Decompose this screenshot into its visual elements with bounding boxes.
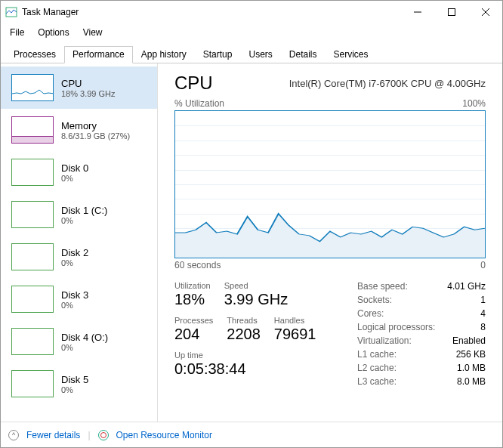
side-title: Disk 0 (61, 162, 88, 174)
sidebar[interactable]: CPU18% 3.99 GHzMemory8.6/31.9 GB (27%)Di… (1, 63, 158, 422)
svg-marker-5 (175, 214, 485, 258)
side-subtitle: 8.6/31.9 GB (27%) (61, 131, 130, 141)
chart-line (175, 111, 485, 258)
tab-details[interactable]: Details (281, 46, 326, 63)
side-title: Disk 3 (61, 289, 88, 301)
stat-threads-label: Threads (227, 316, 261, 325)
stat-processes-label: Processes (174, 316, 213, 325)
svg-rect-2 (448, 9, 455, 16)
specs-list: Base speed:4.01 GHzSockets:1Cores:4Logic… (357, 281, 486, 390)
thumb-icon (11, 328, 54, 355)
chart-label-top-left: % Utilization (174, 98, 224, 109)
minimize-button[interactable] (400, 1, 434, 23)
category-title: CPU (174, 73, 213, 94)
stat-uptime-label: Up time (174, 351, 246, 360)
task-manager-icon (5, 6, 17, 18)
chart-label-top-right: 100% (462, 98, 486, 109)
tab-services[interactable]: Services (326, 46, 377, 63)
side-title: Disk 1 (C:) (61, 205, 107, 216)
side-title: Disk 2 (61, 247, 88, 258)
sidebar-item-disk-3[interactable]: Disk 30% (1, 278, 157, 320)
tab-processes[interactable]: Processes (5, 46, 64, 63)
open-resource-monitor-link[interactable]: Open Resource Monitor (116, 430, 212, 440)
stat-utilization-value: 18% (174, 291, 211, 308)
spec-row: L1 cache:256 KB (357, 349, 486, 360)
main-panel: CPU Intel(R) Core(TM) i7-6700K CPU @ 4.0… (158, 63, 502, 422)
stat-speed-label: Speed (224, 281, 288, 290)
side-title: Memory (61, 120, 130, 131)
close-button[interactable] (468, 1, 502, 23)
stat-threads-value: 2208 (227, 326, 261, 343)
menu-bar: File Options View (1, 23, 502, 43)
stat-speed-value: 3.99 GHz (224, 291, 288, 308)
sidebar-item-disk-5[interactable]: Disk 50% (1, 363, 157, 405)
titlebar: Task Manager (1, 1, 502, 23)
tab-performance[interactable]: Performance (64, 46, 133, 63)
spec-row: Virtualization:Enabled (357, 335, 486, 346)
tab-startup[interactable]: Startup (195, 46, 241, 63)
utilization-chart[interactable] (174, 110, 486, 258)
side-subtitle: 0% (61, 174, 88, 183)
side-title: Disk 5 (61, 374, 88, 385)
side-title: CPU (61, 78, 116, 89)
stat-handles-value: 79691 (274, 326, 316, 343)
thumb-icon (11, 370, 54, 397)
stat-uptime-value: 0:05:38:44 (174, 360, 246, 378)
tab-app-history[interactable]: App history (133, 46, 195, 63)
thumb-icon (11, 286, 54, 313)
side-subtitle: 0% (61, 343, 108, 352)
thumb-icon (11, 116, 54, 144)
spec-row: Logical processors:8 (357, 322, 486, 332)
sidebar-item-memory[interactable]: Memory8.6/31.9 GB (27%) (1, 109, 157, 151)
fewer-details-link[interactable]: Fewer details (26, 430, 80, 440)
sidebar-item-disk-4-o-[interactable]: Disk 4 (O:)0% (1, 320, 157, 363)
thumb-icon (11, 243, 54, 270)
side-subtitle: 18% 3.99 GHz (61, 89, 116, 98)
side-title: Disk 4 (O:) (61, 332, 108, 343)
sidebar-item-disk-1-c-[interactable]: Disk 1 (C:)0% (1, 193, 157, 236)
spec-row: L3 cache:8.0 MB (357, 376, 486, 387)
spec-row: L2 cache:1.0 MB (357, 363, 486, 373)
thumb-icon (11, 201, 54, 228)
separator: | (88, 430, 90, 440)
chart-label-bot-right: 0 (480, 260, 486, 270)
window-title: Task Manager (22, 7, 400, 17)
stat-processes-value: 204 (174, 326, 213, 343)
spec-row: Base speed:4.01 GHz (357, 281, 486, 292)
maximize-button[interactable] (434, 1, 468, 23)
footer: ^ Fewer details | Open Resource Monitor (1, 422, 502, 447)
stat-handles-label: Handles (274, 316, 316, 325)
spec-row: Cores:4 (357, 308, 486, 319)
resource-monitor-icon (98, 430, 109, 440)
side-subtitle: 0% (61, 216, 107, 225)
stat-utilization-label: Utilization (174, 281, 211, 290)
side-subtitle: 0% (61, 301, 88, 310)
sidebar-item-disk-2[interactable]: Disk 20% (1, 236, 157, 278)
side-subtitle: 0% (61, 385, 88, 394)
tab-bar: ProcessesPerformanceApp historyStartupUs… (1, 43, 502, 63)
thumb-icon (11, 74, 54, 101)
thumb-icon (11, 159, 54, 186)
menu-view[interactable]: View (77, 25, 109, 40)
sidebar-item-cpu[interactable]: CPU18% 3.99 GHz (1, 66, 157, 109)
cpu-model: Intel(R) Core(TM) i7-6700K CPU @ 4.00GHz (236, 78, 486, 89)
menu-options[interactable]: Options (32, 25, 75, 40)
chart-label-bot-left: 60 seconds (174, 260, 221, 270)
sidebar-item-disk-0[interactable]: Disk 00% (1, 151, 157, 193)
spec-row: Sockets:1 (357, 295, 486, 305)
side-subtitle: 0% (61, 258, 88, 267)
chevron-up-icon[interactable]: ^ (8, 430, 19, 440)
menu-file[interactable]: File (4, 25, 30, 40)
tab-users[interactable]: Users (240, 46, 280, 63)
